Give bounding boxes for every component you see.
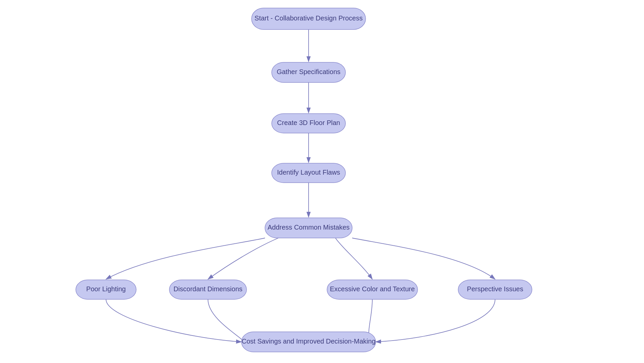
- diagram-container: Start - Collaborative Design Process Gat…: [0, 0, 644, 363]
- node-address-label: Address Common Mistakes: [268, 224, 350, 231]
- arrow-perspective-cost: [376, 299, 495, 342]
- node-gather-label: Gather Specifications: [277, 68, 340, 75]
- arrow-address-perspective: [352, 238, 495, 279]
- arrow-address-lighting: [106, 238, 265, 279]
- node-identify-label: Identify Layout Flaws: [277, 169, 340, 176]
- arrow-address-dimensions: [208, 238, 278, 279]
- arrow-lighting-cost: [106, 299, 241, 342]
- arrow-address-color: [335, 238, 372, 279]
- node-start-label: Start - Collaborative Design Process: [255, 14, 363, 22]
- node-dimensions-label: Discordant Dimensions: [173, 285, 243, 293]
- node-color-label: Excessive Color and Texture: [330, 285, 415, 293]
- node-create3d-label: Create 3D Floor Plan: [277, 119, 340, 126]
- node-lighting-label: Poor Lighting: [86, 285, 126, 293]
- node-cost-label: Cost Savings and Improved Decision-Makin…: [241, 338, 375, 345]
- node-perspective-label: Perspective Issues: [467, 285, 523, 293]
- arrow-dimensions-cost: [208, 299, 243, 342]
